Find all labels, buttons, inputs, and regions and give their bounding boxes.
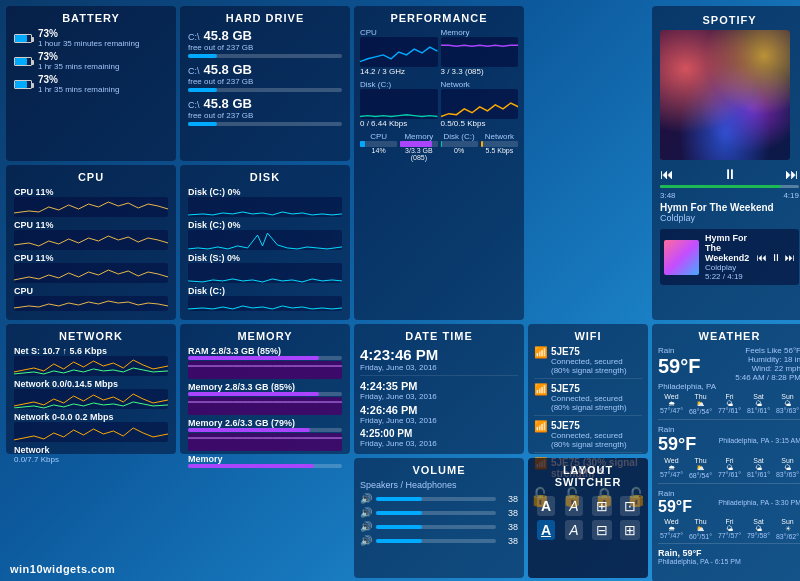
battery-sub-3: 1 hr 35 mins remaining [38,85,119,94]
weather-loc-3: Philadelphia, PA - 3:30 PM [718,499,800,506]
drive-label-2: C:\ [188,66,200,76]
battery-percent-1: 73% [38,28,139,39]
disk-spark-4 [188,296,342,311]
cpu-item-3: CPU 11% [14,253,168,283]
mem-item-3: Memory 2.6/3.3 GB (79%) [188,418,342,451]
perf-net-label: Network [441,80,519,89]
weather-cond-3: Rain [658,489,692,498]
drive-free-1: free out of 237 GB [188,43,342,52]
mem-label-1: RAM 2.8/3.3 GB (85%) [188,346,342,356]
mini-play-btn-1[interactable]: ⏸ [771,252,781,263]
net-spark-1 [14,356,168,376]
drive-label-3: C:\ [188,100,200,110]
spotify-next-btn[interactable]: ⏭ [785,166,799,182]
net-spark-3 [14,422,168,442]
dt-time-2: 4:26:46 PM [360,404,518,416]
wifi-item-1: 📶 5JE75 Connected, secured (80% signal s… [534,346,642,379]
perf-mem-val: 3 / 3.3 (085) [441,67,519,76]
weather-item-2: Rain 59°F Philadelphia, PA - 3:15 AM Wed… [658,425,800,484]
mem-item-4: Memory [188,454,342,468]
net-item-1: Net S: 10.7 ↑ 5.6 Kbps [14,346,168,376]
spotify-track: Hymn For The Weekend [660,202,799,213]
spotify-time-current: 3:48 [660,191,676,200]
perf-disk-mini: Disk (C:) 0 / 6.44 Kbps [360,80,438,128]
perf-network-mini: Network 0.5/0.5 Kbps [441,80,519,128]
wifi-ssid-2: 5JE75 [551,383,642,394]
progress-bar-bg[interactable] [660,185,799,188]
wifi-title: WIFI [534,330,642,342]
vol-val-1: 38 [500,494,518,504]
weather-temp-3: 59°F [658,498,692,516]
layout-icon-1[interactable]: A [537,496,555,516]
wifi-signal-icon-1: 📶 [534,346,548,359]
vol-item-3: 🔊 38 [360,521,518,532]
layout-icon-4[interactable]: ⊡ [620,496,640,516]
vol-item-1: 🔊 38 [360,493,518,504]
vol-item-4: 🔊 38 [360,535,518,546]
main-layout: BATTERY 73% 1 hour 35 minutes remaining … [0,0,800,581]
layout-icon-8[interactable]: ⊞ [620,520,640,540]
cpu-spark-2 [14,230,168,250]
weather-loc-2: Philadelphia, PA - 3:15 AM [719,437,800,444]
net-label-1: Net S: 10.7 ↑ 5.6 Kbps [14,346,168,356]
mem-spark-1 [188,361,342,379]
dt-main-time: 4:23:46 PM [360,346,518,363]
disk-title: DISK [188,171,342,183]
weather-temp-1: 59°F [658,355,700,378]
weather-item-3: Rain 59°F Philadelphia, PA - 3:30 PM Wed… [658,489,800,544]
weather-sunrise-1: 5:46 AM / 8:28 PM [735,373,800,382]
disk-item-2: Disk (C:) 0% [188,220,342,250]
drive-size-1: 45.8 GB [204,28,252,43]
battery-title: BATTERY [14,12,168,24]
spotify-prev-btn[interactable]: ⏮ [660,166,674,182]
spotify-artist: Coldplay [660,213,799,223]
layout-icon-7[interactable]: ⊟ [592,520,612,540]
battery-sub-1: 1 hour 35 minutes remaining [38,39,139,48]
weather-title: WEATHER [658,330,800,342]
cpu-item-1: CPU 11% [14,187,168,217]
perf-bar-cpu: CPU 14% [360,132,397,161]
weather-cond-4: Rain, 59°F [658,548,800,558]
dt-item-1: 4:24:35 PM Friday, June 03, 2016 [360,380,518,401]
layout-title: LAYOUT SWITCHER [534,464,642,488]
drive-free-3: free out of 237 GB [188,111,342,120]
performance-title: PERFORMANCE [360,12,518,24]
perf-disk-label: Disk (C:) [360,80,438,89]
mini-next-btn-1[interactable]: ⏭ [785,252,795,263]
disk-spark-1 [188,197,342,217]
network-title: NETWORK [14,330,168,342]
weather-widget: WEATHER Rain 59°F Feels Like 56°F Humidi… [652,324,800,581]
wifi-status-3: Connected, secured (80% signal strength) [551,431,642,449]
album-art [660,30,790,160]
footer-url: win10widgets.com [10,563,115,575]
cpu-label-4: CPU [14,286,168,296]
disk-widget: DISK Disk (C:) 0% Disk (C:) 0% Disk [180,165,350,320]
mini-time-1: 5:22 / 4:19 [705,272,751,281]
net-label-3: Network 0-0.0 0.2 Mbps [14,412,168,422]
spotify-play-btn[interactable]: ⏸ [723,166,737,182]
mem-chart-svg [441,37,519,67]
svg-rect-2 [188,433,342,451]
datetime-title: DATE TIME [360,330,518,342]
layout-icon-6[interactable]: A [565,520,582,540]
album-art-inner [660,30,790,160]
mini-prev-btn-1[interactable]: ⏮ [757,252,767,263]
vol-icon-3: 🔊 [360,521,372,532]
wifi-status-2: Connected, secured (80% signal strength) [551,394,642,412]
vol-icon-1: 🔊 [360,493,372,504]
vol-val-4: 38 [500,536,518,546]
disk-chart-svg [360,89,438,119]
layout-icon-3[interactable]: ⊞ [592,496,612,516]
drive-item-2: C:\ 45.8 GB free out of 237 GB [188,62,342,92]
perf-cpu-mini: CPU 14.2 / 3 GHz [360,28,438,76]
mem-label-2: Memory 2.8/3.3 GB (85%) [188,382,342,392]
battery-sub-2: 1 hr 35 mins remaining [38,62,119,71]
layout-icon-5[interactable]: A [537,520,555,540]
mini-artist-1: Coldplay [705,263,751,272]
dt-date-1: Friday, June 03, 2016 [360,392,518,401]
cpu-chart-svg [360,37,438,67]
vol-icon-4: 🔊 [360,535,372,546]
spotify-time-total: 4:19 [783,191,799,200]
datetime-widget: DATE TIME 4:23:46 PM Friday, June 03, 20… [354,324,524,454]
layout-icon-2[interactable]: A [565,496,582,516]
